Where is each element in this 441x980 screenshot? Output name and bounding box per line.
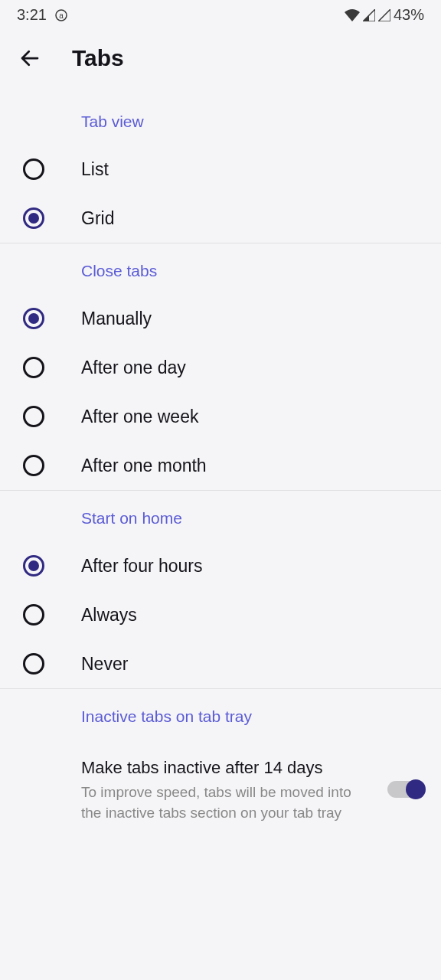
section-inactive-tabs: Inactive tabs on tab tray Make tabs inac…: [0, 689, 441, 841]
radio-always[interactable]: Always: [0, 590, 441, 639]
section-close-tabs: Close tabs Manually After one day After …: [0, 243, 441, 491]
radio-icon: [23, 455, 44, 476]
radio-manually[interactable]: Manually: [0, 294, 441, 343]
radio-icon: [23, 604, 44, 626]
toggle-switch[interactable]: [387, 781, 424, 798]
signal-icon-2: [378, 9, 390, 21]
radio-label: List: [81, 159, 109, 180]
radio-label: After one month: [81, 456, 207, 476]
radio-label: After one week: [81, 407, 198, 427]
toggle-thumb: [406, 779, 426, 799]
section-header-tab-view: Tab view: [0, 94, 441, 145]
radio-icon-selected: [23, 207, 44, 229]
section-start-on-home: Start on home After four hours Always Ne…: [0, 491, 441, 689]
signal-icon-1: [363, 9, 375, 21]
radio-icon: [23, 357, 44, 378]
header: Tabs: [0, 30, 441, 94]
radio-icon: [23, 653, 44, 675]
switch-description: To improve speed, tabs will be moved int…: [81, 782, 372, 823]
page-title: Tabs: [72, 45, 124, 71]
radio-after-one-week[interactable]: After one week: [0, 392, 441, 441]
radio-icon-selected: [23, 555, 44, 577]
section-header-close-tabs: Close tabs: [0, 243, 441, 294]
radio-label: Grid: [81, 208, 114, 229]
radio-label: After one day: [81, 358, 186, 378]
status-bar: 3:21 a 43%: [0, 0, 441, 30]
radio-list[interactable]: List: [0, 145, 441, 194]
radio-icon: [23, 406, 44, 427]
switch-title: Make tabs inactive after 14 days: [81, 758, 372, 778]
radio-label: Never: [81, 654, 128, 675]
back-button[interactable]: [18, 47, 41, 70]
wifi-icon: [345, 9, 360, 21]
status-battery: 43%: [394, 6, 424, 24]
radio-never[interactable]: Never: [0, 639, 441, 688]
radio-after-one-month[interactable]: After one month: [0, 441, 441, 490]
radio-label: Always: [81, 605, 137, 626]
radio-icon-selected: [23, 308, 44, 329]
arrow-left-icon: [18, 47, 41, 70]
app-icon: a: [54, 8, 68, 22]
radio-grid[interactable]: Grid: [0, 194, 441, 243]
radio-label: After four hours: [81, 556, 203, 577]
switch-inactive-tabs[interactable]: Make tabs inactive after 14 days To impr…: [0, 740, 441, 841]
section-header-start-on-home: Start on home: [0, 491, 441, 541]
radio-icon: [23, 158, 44, 180]
status-time: 3:21: [17, 6, 47, 24]
svg-text:a: a: [59, 11, 64, 20]
section-tab-view: Tab view List Grid: [0, 94, 441, 243]
radio-label: Manually: [81, 309, 152, 329]
radio-after-one-day[interactable]: After one day: [0, 343, 441, 392]
section-header-inactive-tabs: Inactive tabs on tab tray: [0, 689, 441, 740]
radio-after-four-hours[interactable]: After four hours: [0, 541, 441, 590]
